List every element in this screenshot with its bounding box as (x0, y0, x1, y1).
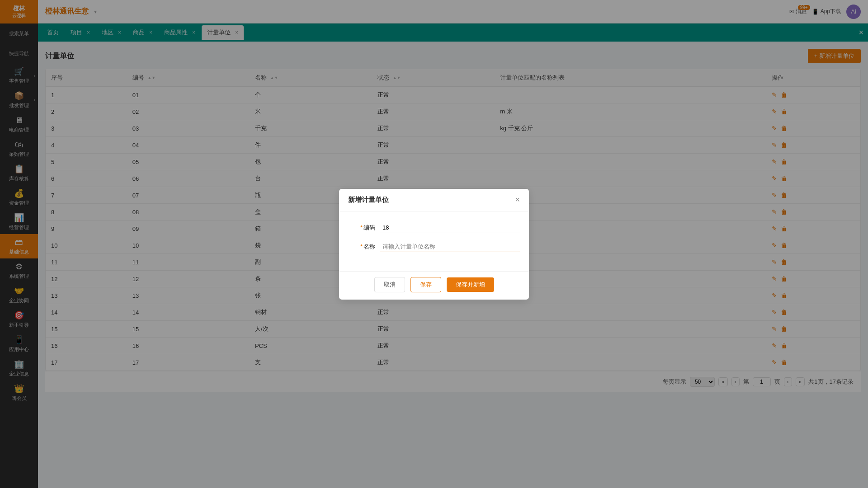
save-button[interactable]: 保存 (410, 277, 441, 292)
save-and-new-button[interactable]: 保存并新增 (447, 277, 494, 292)
code-input[interactable] (380, 222, 520, 233)
modal-close-button[interactable]: × (515, 195, 520, 205)
modal-title: 新增计量单位 (348, 196, 389, 204)
modal-header: 新增计量单位 × (339, 189, 529, 211)
add-unit-modal: 新增计量单位 × *编码 *名称 取消 保存 保存并新增 (339, 189, 529, 300)
modal-body: *编码 *名称 (339, 211, 529, 271)
name-form-row: *名称 (348, 241, 520, 252)
name-label: *名称 (348, 243, 375, 251)
code-form-row: *编码 (348, 222, 520, 233)
name-input[interactable] (380, 241, 520, 252)
modal-footer: 取消 保存 保存并新增 (339, 271, 529, 300)
code-label: *编码 (348, 224, 375, 232)
modal-overlay[interactable]: 新增计量单位 × *编码 *名称 取消 保存 保存并新增 (0, 0, 868, 488)
cancel-button[interactable]: 取消 (374, 277, 405, 292)
